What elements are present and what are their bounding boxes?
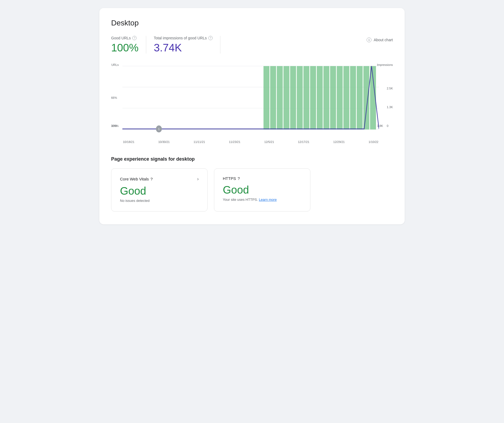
core-web-vitals-arrow-icon[interactable]: › — [197, 176, 199, 182]
total-impressions-help-icon[interactable]: ? — [208, 36, 213, 40]
svg-rect-11 — [310, 66, 316, 130]
svg-rect-9 — [297, 66, 303, 130]
svg-rect-18 — [357, 66, 363, 130]
y-tick-right-4: 0 — [387, 124, 388, 127]
svg-text:1: 1 — [158, 127, 160, 131]
svg-rect-16 — [343, 66, 349, 130]
x-label-5: 12/17/21 — [298, 140, 309, 143]
x-label-0: 10/18/21 — [123, 140, 134, 143]
svg-rect-13 — [324, 66, 329, 130]
svg-rect-15 — [337, 66, 343, 130]
https-header: HTTPS ? — [223, 176, 302, 181]
svg-rect-4 — [264, 66, 269, 130]
chart-container: URLs 100% 66% 33% Impressions 3.8K 2.5K … — [111, 63, 393, 143]
signals-grid: Core Web Vitals ? › Good No issues detec… — [111, 168, 393, 212]
https-value: Good — [223, 184, 302, 196]
info-icon: ℹ — [367, 37, 371, 42]
good-urls-value: 100% — [111, 42, 138, 54]
svg-rect-6 — [277, 66, 283, 130]
https-help-icon[interactable]: ? — [238, 176, 240, 181]
x-label-4: 12/5/21 — [264, 140, 274, 143]
https-description: Your site uses HTTPS. Learn more — [223, 198, 302, 202]
total-impressions-value: 3.74K — [154, 42, 213, 54]
metrics-row: Good URLs ? 100% Total impressions of go… — [111, 36, 393, 54]
y-tick-left-3: 33% — [111, 124, 117, 127]
svg-rect-17 — [350, 66, 356, 130]
y-tick-left-2: 66% — [111, 96, 117, 99]
x-label-2: 11/11/21 — [194, 140, 205, 143]
svg-rect-14 — [330, 66, 336, 130]
signals-section-title: Page experience signals for desktop — [111, 156, 393, 162]
good-urls-help-icon[interactable]: ? — [132, 36, 137, 40]
svg-rect-7 — [284, 66, 289, 130]
svg-rect-8 — [290, 66, 296, 130]
core-web-vitals-value: Good — [120, 185, 199, 197]
svg-rect-12 — [317, 66, 323, 130]
good-urls-label: Good URLs ? — [111, 36, 138, 40]
https-learn-more-link[interactable]: Learn more — [259, 198, 277, 202]
https-card: HTTPS ? Good Your site uses HTTPS. Learn… — [214, 168, 310, 212]
core-web-vitals-label: Core Web Vitals ? — [120, 177, 153, 181]
svg-rect-19 — [363, 66, 369, 130]
total-impressions-metric: Total impressions of good URLs ? 3.74K — [154, 36, 220, 54]
y-tick-right-3: 1.3K — [387, 105, 393, 109]
bars — [264, 66, 376, 130]
svg-rect-10 — [303, 66, 309, 130]
x-label-1: 10/30/21 — [158, 140, 170, 143]
core-web-vitals-header: Core Web Vitals ? › — [120, 176, 199, 182]
y-tick-right-2: 2.5K — [387, 87, 393, 90]
page-title: Desktop — [111, 19, 393, 27]
metrics-spacer — [228, 36, 367, 54]
x-axis-labels: 10/18/21 10/30/21 11/11/21 11/23/21 12/5… — [122, 140, 379, 143]
about-chart-button[interactable]: ℹ About chart — [367, 36, 393, 44]
y-axis-left-label: URLs — [111, 63, 119, 66]
x-label-6: 12/29/21 — [333, 140, 345, 143]
core-web-vitals-help-icon[interactable]: ? — [151, 177, 153, 181]
chart-svg: 1 — [122, 63, 379, 138]
y-axis-right-label: Impressions — [377, 63, 393, 66]
core-web-vitals-card: Core Web Vitals ? › Good No issues detec… — [111, 168, 208, 212]
core-web-vitals-description: No issues detected — [120, 199, 199, 203]
https-label: HTTPS ? — [223, 176, 240, 181]
total-impressions-label: Total impressions of good URLs ? — [154, 36, 213, 40]
main-card: Desktop Good URLs ? 100% Total impressio… — [99, 8, 405, 224]
x-label-7: 1/10/22 — [368, 140, 378, 143]
x-label-3: 11/23/21 — [229, 140, 240, 143]
svg-rect-5 — [270, 66, 276, 130]
good-urls-metric: Good URLs ? 100% — [111, 36, 146, 54]
